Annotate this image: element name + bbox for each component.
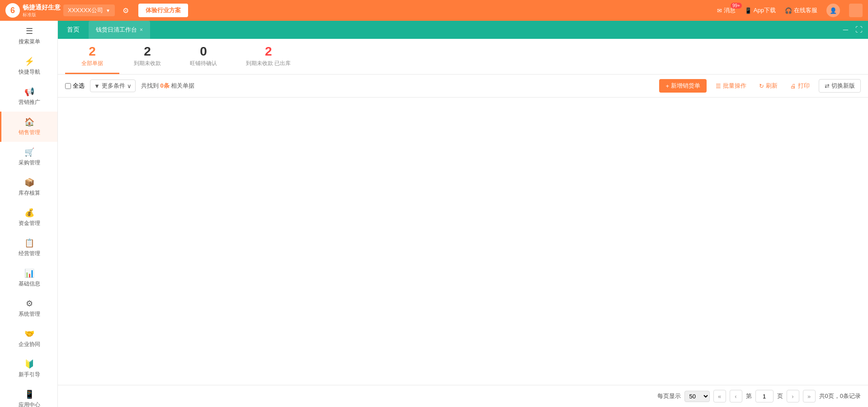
quick-nav-icon: ⚡ bbox=[24, 56, 34, 66]
headset-icon: 🎧 bbox=[785, 7, 792, 14]
app-center-icon: 📱 bbox=[24, 389, 34, 399]
sidebar-item-marketing[interactable]: 📢 营销推广 bbox=[0, 81, 57, 112]
message-button[interactable]: ✉ 消息 99+ bbox=[717, 6, 736, 14]
system-icon: ⚙ bbox=[26, 299, 33, 309]
sidebar-item-system[interactable]: ⚙ 系统管理 bbox=[0, 293, 57, 323]
header-right: ✉ 消息 99+ 📱 App下载 🎧 在线客服 👤 bbox=[717, 4, 863, 17]
add-sales-order-button[interactable]: + 新增销货单 bbox=[659, 79, 707, 93]
batch-action-button[interactable]: ☰ 批量操作 bbox=[712, 80, 750, 92]
download-icon: 📱 bbox=[745, 7, 752, 14]
sidebar: ☰ 搜索菜单 ⚡ 快捷导航 📢 营销推广 🏠 销售管理 🛒 采购管理 📦 库存核… bbox=[0, 21, 58, 407]
top-header: 6 畅捷通好生意 标准版 XXXXXX公司 ▼ ⚙ 体验行业方案 ✉ 消息 99… bbox=[0, 0, 868, 21]
sidebar-item-search-menu[interactable]: ☰ 搜索菜单 bbox=[0, 21, 57, 51]
operation-icon: 📋 bbox=[24, 238, 34, 248]
tab-bar: 首页 钱货日清工作台 × ─ ⛶ bbox=[58, 21, 868, 39]
switch-version-button[interactable]: ⇄ 切换新版 bbox=[819, 79, 861, 93]
switch-icon: ⇄ bbox=[825, 83, 830, 89]
chevron-down-icon: ▼ bbox=[106, 8, 110, 13]
filter-icon: ▼ bbox=[94, 83, 100, 89]
finance-icon: 💰 bbox=[24, 208, 34, 218]
stat-tab-overdue-unpaid[interactable]: 2 到期未收款 bbox=[119, 39, 175, 74]
sidebar-item-basic-info[interactable]: 📊 基础信息 bbox=[0, 263, 57, 293]
table-area bbox=[58, 98, 868, 385]
chevron-filter-icon: ∨ bbox=[127, 83, 132, 89]
print-button[interactable]: 🖨 打印 bbox=[787, 80, 813, 92]
inventory-icon: 📦 bbox=[24, 178, 34, 187]
batch-icon: ☰ bbox=[716, 83, 721, 89]
result-text: 共找到 0条 相关单据 bbox=[141, 82, 194, 90]
minimize-tab-icon[interactable]: ─ bbox=[841, 24, 850, 36]
sidebar-item-guide[interactable]: 🔰 新手引导 bbox=[0, 354, 57, 384]
stat-tab-wangpu[interactable]: 0 旺铺待确认 bbox=[175, 39, 231, 74]
refresh-icon: ↻ bbox=[759, 83, 764, 89]
plus-icon: + bbox=[665, 83, 669, 89]
page-size-select[interactable]: 50 10 20 100 bbox=[684, 391, 710, 402]
stat-tab-all[interactable]: 2 全部单据 bbox=[65, 39, 119, 74]
filter-button[interactable]: ▼ 更多条件 ∨ bbox=[90, 80, 136, 92]
page-input[interactable] bbox=[755, 390, 774, 402]
print-icon: 🖨 bbox=[790, 83, 796, 89]
logo-text: 畅捷通好生意 标准版 bbox=[23, 3, 61, 17]
sidebar-item-operation[interactable]: 📋 经营管理 bbox=[0, 233, 57, 263]
sidebar-item-sales[interactable]: 🏠 销售管理 bbox=[0, 112, 57, 142]
sidebar-item-purchase[interactable]: 🛒 采购管理 bbox=[0, 142, 57, 172]
search-menu-icon: ☰ bbox=[26, 26, 33, 36]
select-all-checkbox[interactable]: 全选 bbox=[65, 82, 85, 90]
stats-tabs: 2 全部单据 2 到期未收款 0 旺铺待确认 2 到期未收款 已出库 bbox=[58, 39, 868, 75]
purchase-icon: 🛒 bbox=[24, 147, 34, 157]
first-page-button[interactable]: « bbox=[713, 390, 726, 402]
marketing-icon: 📢 bbox=[24, 87, 34, 97]
close-tab-icon[interactable]: × bbox=[140, 27, 143, 33]
online-service-button[interactable]: 🎧 在线客服 bbox=[785, 6, 817, 14]
settings-button[interactable]: ⚙ bbox=[118, 3, 133, 18]
logo-icon: 6 bbox=[5, 3, 20, 18]
avatar[interactable]: 👤 bbox=[826, 4, 840, 17]
stat-tab-overdue-unshipped[interactable]: 2 到期未收款 已出库 bbox=[231, 39, 305, 74]
next-page-button[interactable]: › bbox=[787, 390, 799, 402]
prev-page-button[interactable]: ‹ bbox=[730, 390, 742, 402]
sidebar-item-finance[interactable]: 💰 资金管理 bbox=[0, 202, 57, 233]
logo-area: 6 畅捷通好生意 标准版 bbox=[5, 3, 63, 18]
message-icon: ✉ bbox=[717, 7, 722, 14]
total-info: 共0页，0条记录 bbox=[819, 392, 861, 400]
trial-button[interactable]: 体验行业方案 bbox=[138, 4, 188, 17]
toolbar-right: + 新增销货单 ☰ 批量操作 ↻ 刷新 🖨 打印 bbox=[659, 79, 861, 93]
company-selector[interactable]: XXXXXX公司 ▼ bbox=[63, 5, 115, 16]
sales-icon: 🏠 bbox=[24, 117, 34, 127]
app-download-button[interactable]: 📱 App下载 bbox=[745, 6, 776, 14]
cooperation-icon: 🤝 bbox=[24, 329, 34, 339]
tab-home[interactable]: 首页 bbox=[58, 21, 89, 39]
maximize-tab-icon[interactable]: ⛶ bbox=[854, 24, 864, 36]
last-page-button[interactable]: » bbox=[803, 390, 816, 402]
refresh-button[interactable]: ↻ 刷新 bbox=[755, 80, 781, 92]
guide-icon: 🔰 bbox=[24, 359, 34, 369]
tab-active[interactable]: 钱货日清工作台 × bbox=[89, 21, 150, 39]
sidebar-item-inventory[interactable]: 📦 库存核算 bbox=[0, 172, 57, 202]
basic-info-icon: 📊 bbox=[24, 268, 34, 278]
sidebar-item-cooperation[interactable]: 🤝 企业协同 bbox=[0, 323, 57, 354]
content-area: 首页 钱货日清工作台 × ─ ⛶ 2 全部单据 2 到期未收款 bbox=[58, 21, 868, 407]
avatar-extra bbox=[849, 4, 863, 17]
toolbar: 全选 ▼ 更多条件 ∨ 共找到 0条 相关单据 + 新增销货单 ☰ bbox=[58, 75, 868, 98]
page-content: 2 全部单据 2 到期未收款 0 旺铺待确认 2 到期未收款 已出库 bbox=[58, 39, 868, 407]
sidebar-item-quick-nav[interactable]: ⚡ 快捷导航 bbox=[0, 51, 57, 81]
sidebar-item-app-center[interactable]: 📱 应用中心 bbox=[0, 384, 57, 407]
pagination-bar: 每页显示 50 10 20 100 « ‹ 第 页 › » 共0页，0条记录 bbox=[58, 385, 868, 407]
tab-bar-actions: ─ ⛶ bbox=[841, 24, 868, 36]
main-layout: ☰ 搜索菜单 ⚡ 快捷导航 📢 营销推广 🏠 销售管理 🛒 采购管理 📦 库存核… bbox=[0, 21, 868, 407]
